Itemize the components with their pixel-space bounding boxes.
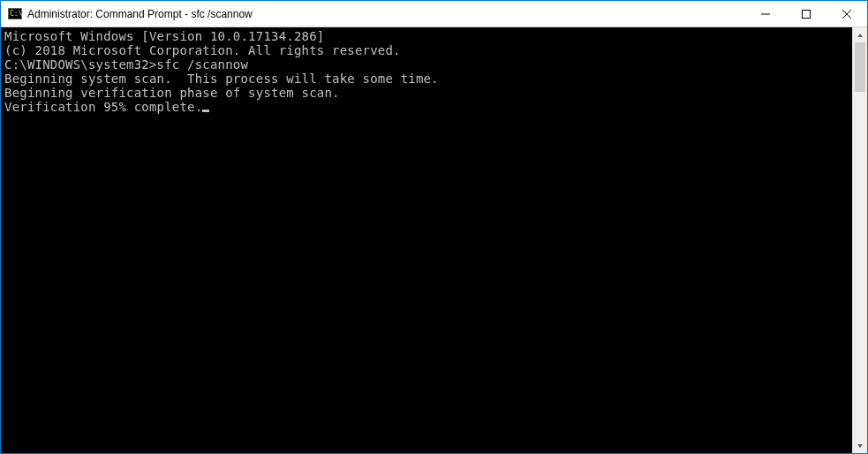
client-area: Microsoft Windows [Version 10.0.17134.28… — [1, 27, 867, 453]
terminal-line: Beginning verification phase of system s… — [4, 86, 852, 100]
scroll-up-button[interactable] — [853, 27, 867, 42]
minimize-icon — [761, 10, 770, 19]
minimize-button[interactable] — [745, 1, 786, 27]
maximize-button[interactable] — [786, 1, 826, 27]
terminal-line: Microsoft Windows [Version 10.0.17134.28… — [4, 29, 852, 43]
cmd-icon: C:\ — [8, 7, 22, 21]
terminal-line: C:\WINDOWS\system32>sfc /scannow — [4, 57, 852, 72]
maximize-icon — [802, 10, 811, 19]
terminal-line: (c) 2018 Microsoft Corporation. All righ… — [4, 43, 852, 57]
titlebar[interactable]: C:\ Administrator: Command Prompt - sfc … — [1, 1, 867, 27]
svg-text:C:\: C:\ — [10, 10, 22, 18]
terminal-output[interactable]: Microsoft Windows [Version 10.0.17134.28… — [1, 27, 852, 453]
svg-rect-3 — [803, 10, 811, 18]
terminal-line: Beginning system scan. This process will… — [4, 72, 852, 86]
scroll-down-button[interactable] — [853, 438, 867, 453]
scroll-thumb[interactable] — [855, 42, 865, 92]
chevron-up-icon — [857, 32, 864, 39]
svg-marker-6 — [857, 34, 863, 37]
terminal-cursor — [202, 110, 209, 112]
window-frame: C:\ Administrator: Command Prompt - sfc … — [0, 0, 868, 454]
svg-marker-7 — [857, 444, 863, 448]
vertical-scrollbar[interactable] — [852, 27, 867, 453]
window-title: Administrator: Command Prompt - sfc /sca… — [27, 8, 253, 20]
close-button[interactable] — [826, 1, 867, 27]
chevron-down-icon — [857, 443, 864, 450]
terminal-line: Verification 95% complete. — [4, 100, 852, 114]
scroll-track[interactable] — [853, 42, 867, 438]
close-icon — [842, 10, 851, 19]
